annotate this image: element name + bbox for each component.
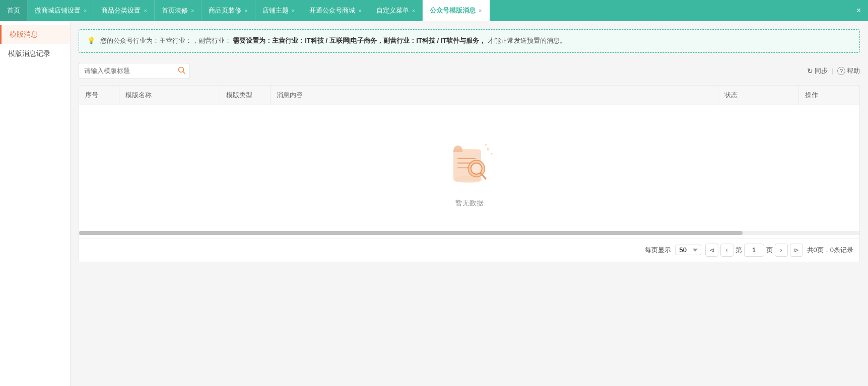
th-type: 模版类型 [220, 86, 271, 105]
nav-tab-label: 公众号模版消息 [430, 6, 476, 15]
close-icon[interactable]: × [412, 8, 415, 14]
nav-tab-label: 商品页装修 [209, 6, 241, 15]
nav-tab-home-decor[interactable]: 首页装修 × [155, 0, 202, 21]
page-total: 共0页，0条记录 [807, 246, 853, 255]
nav-tab-wshop[interactable]: 微商城店铺设置 × [28, 0, 94, 21]
first-page-button[interactable]: ⊲ [705, 244, 718, 257]
main-layout: 模版消息 模版消息记录 💡 您的公众号行业为：主营行业：，副营行业： 需要设置为… [0, 21, 868, 386]
scrollbar-thumb[interactable] [79, 231, 743, 235]
empty-text: 暂无数据 [455, 199, 484, 208]
sync-label: 同步 [815, 66, 828, 75]
svg-point-13 [485, 143, 487, 145]
nav-tab-label: 微商城店铺设置 [35, 6, 81, 15]
page-prefix-label: 第 [736, 246, 742, 255]
table-scrollbar[interactable] [79, 231, 859, 235]
nav-tab-label: 首页 [7, 6, 20, 15]
search-bar: ↻ 同步 | ? 帮助 [79, 63, 860, 79]
empty-illustration [442, 135, 497, 191]
refresh-icon: ↻ [807, 67, 813, 75]
search-input-wrap [79, 63, 189, 79]
th-name: 模版名称 [119, 86, 220, 105]
close-icon[interactable]: × [84, 8, 87, 14]
nav-tab-label: 开通公众号商城 [309, 6, 355, 15]
svg-point-12 [491, 153, 492, 155]
table-header: 序号 模版名称 模版类型 消息内容 状态 操作 [79, 86, 859, 105]
close-icon[interactable]: × [144, 8, 147, 14]
nav-tab-label: 首页装修 [162, 6, 188, 15]
th-content: 消息内容 [271, 86, 718, 105]
close-icon[interactable]: × [358, 8, 361, 14]
close-all-button[interactable]: × [849, 6, 868, 15]
page-size-select[interactable]: 10 20 50 100 [675, 245, 701, 255]
nav-tab-product-decor[interactable]: 商品页装修 × [202, 0, 255, 21]
notice-prefix: 您的公众号行业为：主营行业：，副营行业： [100, 37, 231, 44]
page-size-label: 每页显示 [645, 246, 671, 255]
svg-line-1 [183, 71, 185, 73]
last-page-button[interactable]: ⊳ [790, 244, 803, 257]
notice-bold-text: 需要设置为：主营行业：IT科技 / 互联网|电子商务，副营行业：IT科技 / I… [233, 37, 486, 44]
close-icon[interactable]: × [479, 8, 482, 14]
nav-tab-category[interactable]: 商品分类设置 × [94, 0, 154, 21]
notice-suffix: 才能正常发送预置的消息。 [488, 37, 566, 44]
th-seq: 序号 [79, 86, 119, 105]
search-input[interactable] [79, 63, 189, 79]
help-label: 帮助 [847, 66, 860, 75]
next-page-button[interactable]: › [775, 244, 788, 257]
search-button[interactable] [178, 66, 185, 75]
top-nav: 首页 微商城店铺设置 × 商品分类设置 × 首页装修 × 商品页装修 × 店铺主… [0, 0, 868, 21]
page-nav: ⊲ ‹ 第 页 › ⊳ [705, 244, 803, 257]
table: 序号 模版名称 模版类型 消息内容 状态 操作 [79, 85, 860, 262]
sync-help-area: ↻ 同步 | ? 帮助 [807, 66, 860, 75]
empty-state: 暂无数据 [79, 105, 859, 228]
nav-tab-open-mall[interactable]: 开通公众号商城 × [302, 0, 369, 21]
sidebar-item-template-msg[interactable]: 模版消息 [0, 25, 70, 44]
sidebar-item-template-records[interactable]: 模版消息记录 [0, 44, 70, 63]
main-content: 💡 您的公众号行业为：主营行业：，副营行业： 需要设置为：主营行业：IT科技 /… [71, 21, 868, 386]
th-action: 操作 [799, 86, 859, 105]
nav-tab-custom-menu[interactable]: 自定义菜单 × [369, 0, 423, 21]
close-icon[interactable]: × [244, 8, 247, 14]
nav-tab-label: 商品分类设置 [101, 6, 141, 15]
nav-tab-label: 店铺主题 [262, 6, 289, 15]
nav-tab-theme[interactable]: 店铺主题 × [255, 0, 302, 21]
svg-point-11 [487, 148, 489, 150]
sync-button[interactable]: ↻ 同步 [807, 66, 828, 75]
th-status: 状态 [718, 86, 799, 105]
divider: | [832, 67, 833, 74]
nav-tab-label: 自定义菜单 [376, 6, 409, 15]
prev-page-button[interactable]: ‹ [720, 244, 733, 257]
page-unit-label: 页 [766, 246, 773, 255]
close-icon[interactable]: × [191, 8, 194, 14]
sidebar: 模版消息 模版消息记录 [0, 21, 71, 386]
page-number-input[interactable] [744, 244, 764, 257]
notice-icon: 💡 [87, 37, 95, 44]
notice-box: 💡 您的公众号行业为：主营行业：，副营行业： 需要设置为：主营行业：IT科技 /… [79, 29, 860, 53]
close-icon[interactable]: × [292, 8, 295, 14]
nav-tab-home[interactable]: 首页 [0, 0, 28, 21]
nav-tab-template-msg[interactable]: 公众号模版消息 × [423, 0, 489, 21]
help-button[interactable]: ? 帮助 [837, 66, 860, 75]
pagination: 每页显示 10 20 50 100 ⊲ ‹ 第 页 › ⊳ 共0页，0条记录 [79, 238, 859, 262]
help-icon: ? [837, 67, 845, 75]
